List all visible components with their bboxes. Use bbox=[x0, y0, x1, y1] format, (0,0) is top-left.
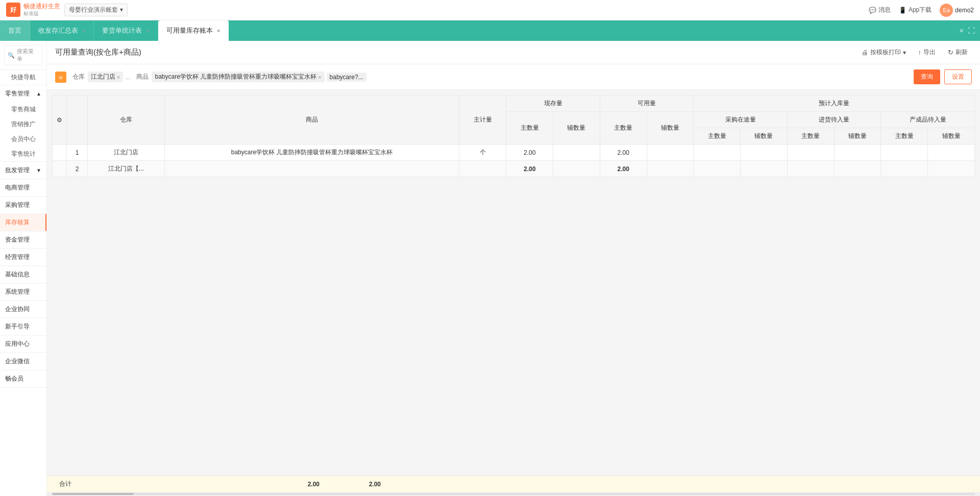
row2-product bbox=[164, 161, 459, 177]
sidebar-item-retail-stats[interactable]: 零售统计 bbox=[0, 147, 46, 161]
settings-icon: ⚙ bbox=[57, 116, 62, 124]
refresh-btn[interactable]: ↻ 刷新 bbox=[944, 46, 972, 59]
row2-warehouse: 江北门店【... bbox=[88, 161, 165, 177]
sidebar-section-inventory-title[interactable]: 库存核算 bbox=[0, 214, 46, 231]
scroll-track bbox=[52, 493, 975, 495]
app-download-btn[interactable]: 📱 App下载 bbox=[899, 6, 932, 14]
sidebar-item-marketing[interactable]: 营销推广 bbox=[0, 117, 46, 132]
user-area[interactable]: Ea demo2 bbox=[940, 4, 974, 17]
finance-mgmt-label: 资金管理 bbox=[5, 235, 30, 244]
warehouse-tag-close[interactable]: × bbox=[117, 74, 120, 80]
new-guide-label: 新手引导 bbox=[5, 322, 30, 331]
main-layout: 🔍 搜索菜单 快捷导航 零售管理 ▲ 零售商城 营销推广 会员中心 零售统计 批… bbox=[0, 41, 980, 496]
tab-available-close[interactable]: × bbox=[217, 28, 220, 34]
table-row: 2 江北门店【... 2.00 2.00 bbox=[53, 161, 975, 177]
sidebar-item-retail-mall[interactable]: 零售商城 bbox=[0, 102, 46, 117]
export-label: 导出 bbox=[923, 48, 936, 57]
col-avail-aux: 辅数量 bbox=[647, 112, 694, 145]
sidebar-section-retail-title[interactable]: 零售管理 ▲ bbox=[0, 85, 46, 102]
sidebar-section-finance: 资金管理 bbox=[0, 231, 46, 249]
sidebar-section-operation-title[interactable]: 经营管理 bbox=[0, 249, 46, 266]
sidebar-section-appcenter-title[interactable]: 应用中心 bbox=[0, 336, 46, 352]
row1-avail-aux bbox=[647, 145, 694, 161]
sidebar-section-ecommerce: 电商管理 bbox=[0, 179, 46, 197]
table-scroll-bar[interactable] bbox=[47, 492, 980, 496]
col-product-group: 产成品待入量 bbox=[881, 112, 975, 128]
logo-area: 好 畅捷通好生意 标准版 bbox=[6, 3, 60, 17]
warehouse-tag-label: 江北门店 bbox=[91, 73, 115, 81]
tab-requisition-close[interactable]: × bbox=[146, 28, 149, 34]
expand-icon: » bbox=[59, 73, 63, 81]
settings-btn[interactable]: 设置 bbox=[944, 69, 972, 84]
tab-receive-close[interactable]: × bbox=[82, 28, 85, 34]
messages-btn[interactable]: 💬 消息 bbox=[869, 6, 891, 14]
scroll-thumb[interactable] bbox=[52, 493, 134, 495]
page-title: 可用量查询(按仓库+商品) bbox=[55, 48, 141, 57]
close-all-tabs-btn[interactable]: × bbox=[960, 27, 964, 35]
print-chevron-icon: ▾ bbox=[903, 49, 906, 56]
product-tag-1[interactable]: babycare?... bbox=[327, 73, 366, 82]
product-tag-1-label: babycare?... bbox=[330, 74, 363, 81]
logo-sub: 标准版 bbox=[23, 10, 60, 17]
sidebar-item-member[interactable]: 会员中心 bbox=[0, 132, 46, 147]
industry-selector[interactable]: 母婴行业演示账套 ▾ bbox=[64, 4, 128, 16]
sidebar-section-collab-title[interactable]: 企业协同 bbox=[0, 301, 46, 318]
col-purchase-aux: 辅数量 bbox=[741, 128, 788, 145]
sidebar-section-vip-title[interactable]: 畅会员 bbox=[0, 370, 46, 387]
row1-avail-main: 2.00 bbox=[600, 145, 647, 161]
sidebar-search-btn[interactable]: 🔍 搜索菜单 bbox=[4, 45, 42, 65]
nav-right-btns: × ⛶ bbox=[954, 20, 980, 41]
warehouse-tag-0[interactable]: 江北门店 × bbox=[88, 72, 123, 82]
tab-available-label: 可用量库存账本 bbox=[166, 26, 213, 35]
table-row: 1 江北门店 babycare学饮杯 儿童防摔防撞吸管杯重力球吸嘴杯宝宝水杯 个… bbox=[53, 145, 975, 161]
app-download-label: App下载 bbox=[909, 6, 932, 14]
tab-requisition[interactable]: 要货单统计表 × bbox=[94, 20, 158, 41]
col-stock-group: 现存量 bbox=[506, 96, 600, 112]
sidebar-quick-nav[interactable]: 快捷导航 bbox=[0, 70, 46, 85]
enterprise-wechat-label: 企业微信 bbox=[5, 357, 30, 366]
enterprise-collab-label: 企业协同 bbox=[5, 305, 30, 314]
col-avail-main: 主数量 bbox=[600, 112, 647, 145]
row2-product-aux bbox=[928, 161, 975, 177]
sidebar-section-wholesale-title[interactable]: 批发管理 ▼ bbox=[0, 162, 46, 179]
col-no bbox=[67, 96, 88, 145]
fullscreen-btn[interactable]: ⛶ bbox=[968, 27, 975, 35]
search-icon: 🔍 bbox=[8, 52, 15, 59]
row2-purchase-aux bbox=[741, 161, 788, 177]
tab-receive[interactable]: 收发存汇总表 × bbox=[30, 20, 94, 41]
col-unit: 主计量 bbox=[459, 96, 506, 145]
sidebar-section-ecommerce-title[interactable]: 电商管理 bbox=[0, 179, 46, 196]
row1-warehouse: 江北门店 bbox=[88, 145, 165, 161]
query-btn[interactable]: 查询 bbox=[914, 69, 940, 84]
export-btn[interactable]: ↑ 导出 bbox=[914, 46, 940, 59]
sidebar-section-purchase: 采购管理 bbox=[0, 197, 46, 214]
tab-available[interactable]: 可用量库存账本 × bbox=[158, 20, 229, 41]
warehouse-filter-group: 仓库 江北门店 × ... bbox=[72, 72, 130, 82]
col-settings[interactable]: ⚙ bbox=[53, 96, 67, 145]
sidebar-section-wholesale: 批发管理 ▼ bbox=[0, 162, 46, 179]
industry-label: 母婴行业演示账套 bbox=[69, 6, 118, 14]
col-forecast-group: 预计入库量 bbox=[694, 96, 975, 112]
sidebar-section-finance-title[interactable]: 资金管理 bbox=[0, 231, 46, 248]
row2-incoming-main bbox=[787, 161, 834, 177]
sidebar-section-wechat-title[interactable]: 企业微信 bbox=[0, 353, 46, 370]
col-stock-main: 主数量 bbox=[506, 112, 553, 145]
product-tag-0[interactable]: babycare学饮杯 儿童防摔防撞吸管杯重力球吸嘴杯宝宝水杯 × bbox=[152, 72, 324, 82]
sidebar-section-guide-title[interactable]: 新手引导 bbox=[0, 318, 46, 335]
sidebar-section-system-title[interactable]: 系统管理 bbox=[0, 284, 46, 300]
col-warehouse: 仓库 bbox=[88, 96, 165, 145]
filter-expand-btn[interactable]: » bbox=[55, 72, 66, 83]
col-incoming-aux: 辅数量 bbox=[834, 128, 881, 145]
col-product: 商品 bbox=[164, 96, 459, 145]
sidebar-section-purchase-title[interactable]: 采购管理 bbox=[0, 197, 46, 214]
col-available-group: 可用量 bbox=[600, 96, 694, 112]
product-filter-label: 商品 bbox=[136, 73, 149, 81]
tab-home[interactable]: 首页 bbox=[0, 20, 30, 41]
col-purchase-group: 采购在途量 bbox=[694, 112, 788, 128]
print-template-btn[interactable]: 🖨 按模板打印 ▾ bbox=[857, 46, 910, 59]
avatar: Ea bbox=[940, 4, 953, 17]
product-tag-0-close[interactable]: × bbox=[318, 74, 321, 80]
sidebar-section-basic-title[interactable]: 基础信息 bbox=[0, 266, 46, 283]
warehouse-filter-more[interactable]: ... bbox=[125, 74, 130, 81]
top-bar: 好 畅捷通好生意 标准版 母婴行业演示账套 ▾ 💬 消息 📱 App下载 Ea … bbox=[0, 0, 980, 20]
